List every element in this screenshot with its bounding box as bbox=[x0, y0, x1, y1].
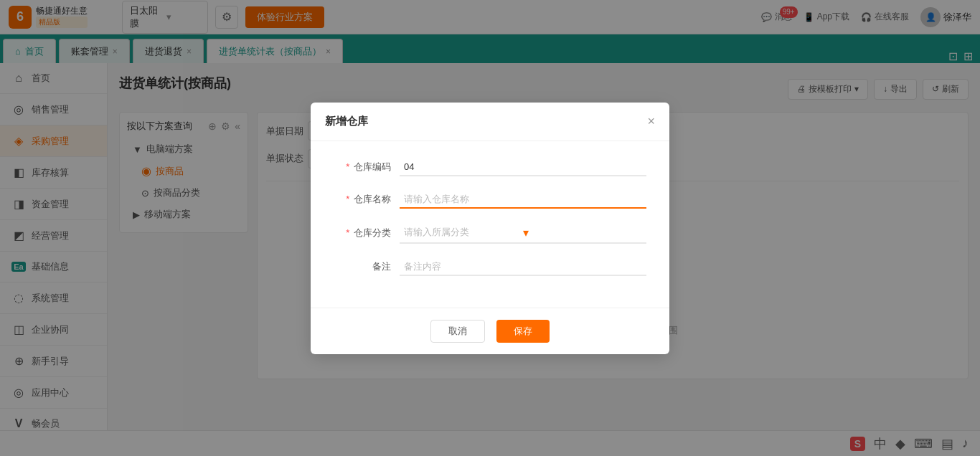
form-row-note: 备注 bbox=[334, 258, 646, 276]
chevron-down-icon6: ▾ bbox=[523, 226, 642, 239]
modal-title: 新增仓库 bbox=[325, 115, 368, 128]
category-placeholder: 请输入所属分类 bbox=[404, 226, 523, 239]
code-label: * 仓库编码 bbox=[334, 161, 391, 174]
form-row-category: * 仓库分类 请输入所属分类 ▾ bbox=[334, 223, 646, 244]
add-warehouse-modal: 新增仓库 × * 仓库编码 * 仓库名称 bbox=[311, 103, 669, 354]
note-input[interactable] bbox=[400, 258, 646, 276]
name-input[interactable] bbox=[400, 191, 646, 209]
code-input[interactable] bbox=[400, 158, 646, 176]
modal-footer: 取消 保存 bbox=[311, 308, 669, 354]
category-label: * 仓库分类 bbox=[334, 227, 391, 239]
cancel-button[interactable]: 取消 bbox=[430, 320, 485, 343]
modal-close-button[interactable]: × bbox=[647, 114, 655, 129]
form-row-code: * 仓库编码 bbox=[334, 158, 646, 176]
form-row-name: * 仓库名称 bbox=[334, 191, 646, 209]
modal-body: * 仓库编码 * 仓库名称 * 仓库分类 请输入 bbox=[311, 141, 669, 308]
name-label: * 仓库名称 bbox=[334, 193, 391, 206]
save-button[interactable]: 保存 bbox=[496, 320, 550, 343]
category-select[interactable]: 请输入所属分类 ▾ bbox=[400, 223, 646, 244]
modal-overlay: 新增仓库 × * 仓库编码 * 仓库名称 bbox=[0, 0, 980, 456]
note-label: 备注 bbox=[334, 260, 391, 273]
modal-header: 新增仓库 × bbox=[311, 103, 669, 141]
